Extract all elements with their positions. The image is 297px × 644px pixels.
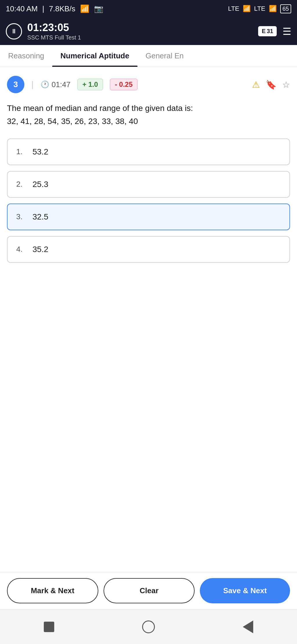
tab-numerical-aptitude[interactable]: Numerical Aptitude (52, 45, 137, 67)
header-timer: 01:23:05 (27, 21, 81, 34)
signal-icon-2: 📶 (269, 5, 277, 12)
navigation-bar (0, 609, 297, 644)
status-left: 10:40 AM | 7.8KB/s 📶 📷 (6, 4, 103, 13)
option-4[interactable]: 4. 35.2 (7, 236, 290, 263)
back-triangle-icon[interactable] (243, 620, 253, 633)
lang-number: 31 (267, 28, 273, 35)
option-1-number: 1. (16, 147, 27, 156)
lte-icon-1: LTE (228, 5, 239, 12)
option-2[interactable]: 2. 25.3 (7, 171, 290, 198)
header-subtitle: SSC MTS Full Test 1 (27, 34, 81, 41)
status-time: 10:40 AM (6, 4, 38, 13)
status-bar: 10:40 AM | 7.8KB/s 📶 📷 LTE 📶 LTE 📶 65 (0, 0, 297, 17)
header-left: ⏸ 01:23:05 SSC MTS Full Test 1 (6, 21, 81, 41)
options-list: 1. 53.2 2. 25.3 3. 32.5 4. 35.2 (7, 138, 290, 263)
status-separator: | (42, 4, 44, 13)
tab-reasoning[interactable]: Reasoning (0, 45, 52, 67)
option-3-value: 32.5 (32, 212, 48, 222)
option-2-number: 2. (16, 180, 27, 189)
option-4-value: 35.2 (32, 245, 48, 254)
question-meta: 3 | 🕐 01:47 + 1.0 - 0.25 ⚠ 🔖 ☆ (7, 76, 290, 93)
lte-icon-2: LTE (254, 5, 265, 12)
meta-icons: ⚠ 🔖 ☆ (252, 80, 290, 90)
tab-general-english[interactable]: General En (137, 45, 192, 67)
clear-button[interactable]: Clear (104, 578, 195, 603)
status-right: LTE 📶 LTE 📶 65 (228, 4, 291, 13)
tabs-container: Reasoning Numerical Aptitude General En (0, 45, 297, 67)
warning-icon[interactable]: ⚠ (252, 80, 260, 90)
home-circle-icon[interactable] (142, 620, 155, 633)
screenshot-icon: 📷 (94, 4, 103, 13)
option-1[interactable]: 1. 53.2 (7, 138, 290, 165)
timer-display: 🕐 01:47 (41, 80, 70, 89)
back-square-icon[interactable] (44, 622, 54, 632)
status-speed: 7.8KB/s (49, 4, 75, 13)
option-3[interactable]: 3. 32.5 (7, 204, 290, 230)
network-icon: 📶 (80, 4, 89, 13)
negative-marks: - 0.25 (110, 79, 137, 90)
pause-button[interactable]: ⏸ (6, 23, 22, 39)
option-3-number: 3. (16, 212, 27, 221)
star-icon[interactable]: ☆ (282, 80, 290, 90)
app-header: ⏸ 01:23:05 SSC MTS Full Test 1 E 31 ☰ (0, 17, 297, 45)
save-next-button[interactable]: Save & Next (200, 578, 290, 603)
signal-icon-1: 📶 (243, 5, 251, 12)
menu-icon[interactable]: ☰ (282, 26, 291, 37)
question-text: The mean of median and range of the give… (7, 102, 290, 128)
battery-indicator: 65 (280, 4, 291, 13)
question-number: 3 (7, 76, 24, 93)
option-4-number: 4. (16, 245, 27, 254)
bookmark-icon[interactable]: 🔖 (266, 80, 276, 90)
question-area: 3 | 🕐 01:47 + 1.0 - 0.25 ⚠ 🔖 ☆ The mean … (0, 67, 297, 269)
mark-next-button[interactable]: Mark & Next (7, 578, 98, 603)
question-timer: 01:47 (52, 80, 70, 89)
language-button[interactable]: E 31 (258, 26, 277, 36)
positive-marks: + 1.0 (77, 79, 103, 90)
header-right: E 31 ☰ (258, 26, 291, 37)
option-2-value: 25.3 (32, 180, 48, 189)
clock-icon: 🕐 (41, 80, 49, 89)
bottom-bar: Mark & Next Clear Save & Next (0, 572, 297, 609)
header-info: 01:23:05 SSC MTS Full Test 1 (27, 21, 81, 41)
lang-letter: E (262, 28, 265, 35)
option-1-value: 53.2 (32, 147, 48, 156)
meta-divider: | (31, 80, 34, 89)
